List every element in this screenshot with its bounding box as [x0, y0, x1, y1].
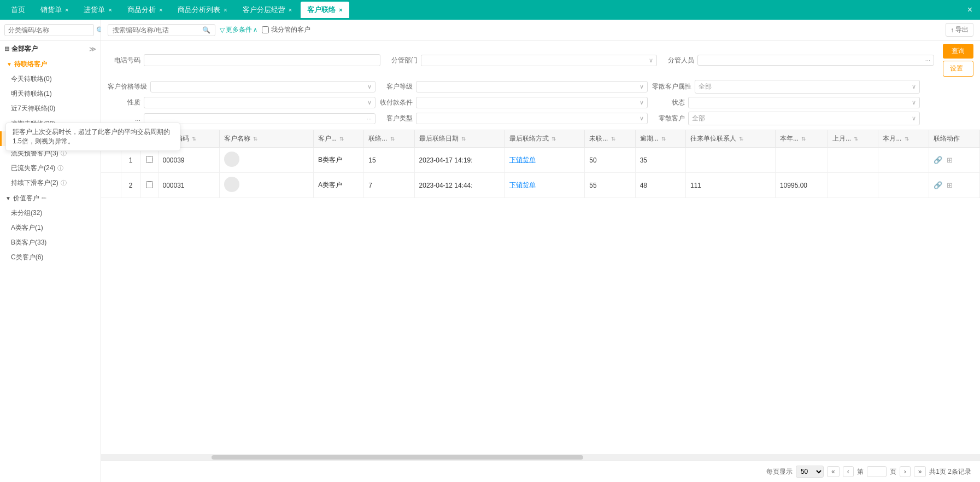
- th-last-date[interactable]: 最后联络日期 ⇅: [414, 130, 504, 148]
- th-type[interactable]: 客户... ⇅: [313, 130, 363, 148]
- content-area: 🔍 ▽ 更多条件 ∧ 我分管的客户 ↑ 导出 电话号码: [101, 20, 980, 482]
- row2-overdue: 48: [635, 173, 685, 198]
- row2-last-method[interactable]: 下销货单: [504, 173, 585, 198]
- value-arrow-icon: ▼: [5, 195, 11, 201]
- close-tab-analysis-list[interactable]: ×: [224, 7, 227, 13]
- sidebar-item-declining[interactable]: 持续下滑客户(2) ⓘ: [0, 176, 101, 190]
- sidebar-item-tomorrow[interactable]: 明天待联络(1): [0, 86, 101, 101]
- row2-grid-icon[interactable]: ⊞: [947, 181, 953, 189]
- sidebar-search-input[interactable]: [4, 24, 94, 36]
- row1-grid-icon[interactable]: ⊞: [947, 156, 953, 164]
- row1-last-method-link[interactable]: 下销货单: [509, 156, 536, 164]
- th-this-month[interactable]: 本月... ⇅: [878, 130, 929, 148]
- table-scroll-bar[interactable]: [101, 454, 980, 461]
- row1-seq: 1: [121, 148, 140, 173]
- filter-input-phone[interactable]: [144, 54, 380, 66]
- ellipsis-icon: ···: [367, 115, 372, 122]
- filter-label-scatter-cust: 零散客户: [652, 114, 685, 123]
- pending-group-header[interactable]: ▼ 待联络客户: [0, 57, 101, 72]
- tab-home[interactable]: 首页: [4, 2, 32, 18]
- filter-select-price-grade[interactable]: ∨: [150, 81, 375, 92]
- value-group-edit-icon[interactable]: ✏: [42, 195, 46, 202]
- sort-icon-overdue: ⇅: [661, 136, 666, 142]
- main-search-icon[interactable]: 🔍: [202, 26, 210, 34]
- sidebar-collapse-icon[interactable]: ≫: [89, 45, 96, 53]
- close-all-button[interactable]: ×: [964, 4, 976, 16]
- close-tab-customer-contact[interactable]: ×: [339, 7, 342, 13]
- table-scroll-thumb[interactable]: [212, 455, 583, 460]
- all-customers-header[interactable]: ⊞ 全部客户 ≫: [0, 41, 101, 57]
- sort-icon-code: ⇅: [192, 136, 196, 142]
- sort-icon-last-date: ⇅: [461, 136, 466, 142]
- filter-select-manager[interactable]: ···: [697, 55, 934, 66]
- sort-icon-last-method: ⇅: [551, 136, 556, 142]
- tab-customer-contact[interactable]: 客户联络 ×: [301, 2, 349, 18]
- row2-select[interactable]: [146, 181, 153, 188]
- filter-select-customer-grade[interactable]: ∨: [416, 81, 648, 92]
- filter-select-scatter-cust[interactable]: 全部 ∨: [688, 112, 920, 125]
- sidebar-item-classB[interactable]: B类客户(33): [0, 235, 101, 250]
- th-contact-person[interactable]: 往来单位联系人 ⇅: [685, 130, 775, 148]
- sidebar-item-ungroup[interactable]: 未分组(32): [0, 206, 101, 220]
- my-customer-checkbox[interactable]: [262, 26, 269, 33]
- info-icon-lost: ⓘ: [57, 164, 63, 173]
- tab-purchase[interactable]: 进货单 ×: [77, 2, 118, 18]
- filter-field-scatter-attr: 零散客户属性 全部 ∨: [652, 80, 920, 94]
- per-page-select[interactable]: 50 100 200: [796, 466, 824, 478]
- chevron-down-icon-status: ∨: [912, 99, 916, 106]
- settings-button[interactable]: 设置: [943, 61, 973, 77]
- th-unreached[interactable]: 未联... ⇅: [585, 130, 635, 148]
- row1-link-icon[interactable]: 🔗: [934, 156, 942, 164]
- last-page-button[interactable]: »: [914, 466, 926, 477]
- value-group-header[interactable]: ▼ 价值客户 ✏: [0, 191, 101, 206]
- row1-avatar: [224, 152, 239, 167]
- sidebar-item-lost[interactable]: 已流失客户(24) ⓘ: [0, 161, 101, 176]
- filter-select-scatter-attr[interactable]: 全部 ∨: [695, 80, 920, 94]
- more-conditions-button[interactable]: ▽ 更多条件 ∧: [220, 25, 257, 34]
- export-button[interactable]: ↑ 导出: [946, 23, 973, 37]
- page-input[interactable]: 1: [867, 466, 887, 477]
- tab-customer-segment[interactable]: 客户分层经营 ×: [236, 2, 298, 18]
- sidebar-item-today[interactable]: 今天待联络(0): [0, 72, 101, 86]
- row1-last-method[interactable]: 下销货单: [504, 148, 585, 173]
- filter-select-payment[interactable]: ∨: [416, 97, 648, 108]
- close-tab-sales[interactable]: ×: [65, 7, 68, 13]
- close-tab-customer-segment[interactable]: ×: [289, 7, 292, 13]
- th-overdue[interactable]: 逾期... ⇅: [635, 130, 685, 148]
- tab-analysis-list[interactable]: 商品分析列表 ×: [171, 2, 233, 18]
- th-last-month[interactable]: 上月... ⇅: [828, 130, 878, 148]
- chevron-down-icon-cust-type: ∨: [639, 115, 644, 122]
- sidebar-item-7days[interactable]: 近7天待联络(0): [0, 101, 101, 116]
- filter-select-nature[interactable]: ∨: [144, 97, 375, 108]
- sidebar-item-classC[interactable]: C类客户(6): [0, 250, 101, 265]
- prev-page-button[interactable]: ‹: [843, 466, 854, 477]
- row2-last-method-link[interactable]: 下销货单: [509, 181, 536, 189]
- filter-select-dept[interactable]: ∨: [421, 55, 658, 66]
- th-this-year[interactable]: 本年... ⇅: [775, 130, 828, 148]
- pending-arrow-icon: ▼: [7, 61, 12, 67]
- query-button[interactable]: 查询: [943, 44, 973, 59]
- filter-field-customer-grade: 客户等级 ∨: [380, 81, 648, 92]
- tab-sales[interactable]: 销货单 ×: [34, 2, 75, 18]
- table-area: ⚙ # 客户编码 ⇅ 客户名称 ⇅: [101, 130, 980, 454]
- close-tab-analysis[interactable]: ×: [159, 7, 162, 13]
- row2-action-icons: 🔗 ⊞: [934, 181, 975, 189]
- th-last-method[interactable]: 最后联络方式 ⇅: [504, 130, 585, 148]
- tab-analysis[interactable]: 商品分析 ×: [121, 2, 169, 18]
- close-tab-purchase[interactable]: ×: [108, 7, 112, 13]
- main-search-input[interactable]: [113, 26, 200, 34]
- row2-link-icon[interactable]: 🔗: [934, 181, 942, 189]
- sidebar-search-icon[interactable]: 🔍: [96, 26, 101, 34]
- th-contact[interactable]: 联络... ⇅: [364, 130, 414, 148]
- th-name[interactable]: 客户名称 ⇅: [219, 130, 313, 148]
- first-page-button[interactable]: «: [827, 466, 840, 477]
- filter-row-2: 客户价格等级 ∨ 客户等级 ∨ 零散客户属性 全部: [108, 80, 973, 94]
- filter-select-status[interactable]: ∨: [688, 97, 920, 108]
- next-page-button[interactable]: ›: [900, 466, 911, 477]
- sidebar-item-classA[interactable]: A类客户(1): [0, 220, 101, 235]
- row2-avatar: [224, 177, 239, 192]
- row1-select[interactable]: [146, 156, 153, 163]
- row2-contact: 7: [364, 173, 414, 198]
- row2-settings: [101, 173, 121, 198]
- filter-select-cust-type[interactable]: ∨: [416, 113, 648, 124]
